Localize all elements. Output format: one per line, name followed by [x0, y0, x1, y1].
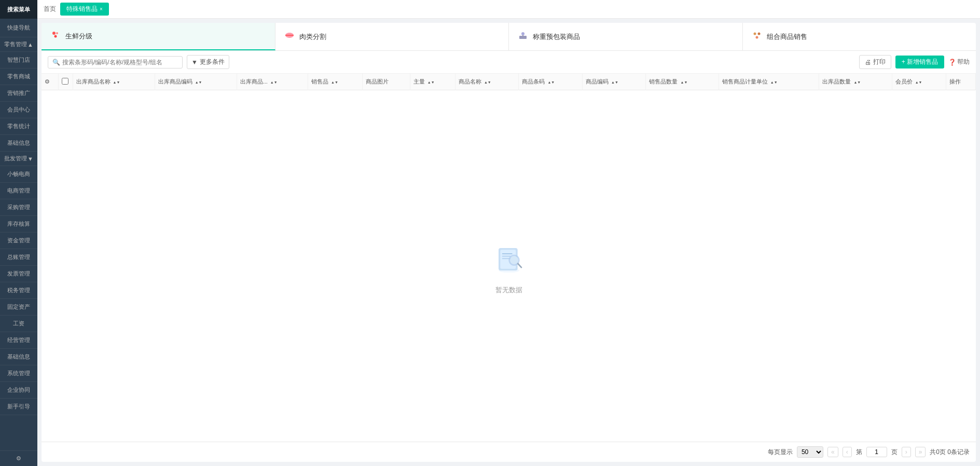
cat-tab-fresh-grade[interactable]: 生鲜分级: [42, 23, 275, 50]
th-sale-item[interactable]: 销售品 ▲▼: [308, 74, 362, 90]
quick-nav-label: 快捷导航: [7, 24, 30, 32]
sidebar-item-sys-mgmt[interactable]: 系统管理: [0, 365, 37, 382]
combo-label: 组合商品销售: [767, 32, 807, 42]
th-item-code-label: 商品编码: [586, 78, 609, 85]
th-out-name-label: 出库商品名称: [76, 78, 111, 85]
th-out-spec[interactable]: 出库商品... ▲▼: [237, 74, 308, 90]
th-item-image[interactable]: 商品图片: [362, 74, 410, 90]
sidebar-item-ops-mgmt[interactable]: 经营管理: [0, 332, 37, 349]
th-main-weight[interactable]: 主量 ▲▼: [410, 74, 455, 90]
prev-page-button[interactable]: ‹: [843, 447, 852, 457]
th-sale-qty[interactable]: 销售品数量 ▲▼: [646, 74, 719, 90]
th-out-qty[interactable]: 出库品数量 ▲▼: [819, 74, 892, 90]
th-item-code[interactable]: 商品编码 ▲▼: [582, 74, 646, 90]
sort-icon: ▲▼: [547, 80, 555, 84]
svg-rect-14: [502, 253, 512, 254]
meat-cut-label: 肉类分割: [299, 32, 326, 42]
sidebar-item-retail-mgmt[interactable]: 零售管理 ▲: [0, 37, 37, 52]
th-out-name[interactable]: 出库商品名称 ▲▼: [73, 74, 155, 90]
wholesale-mgmt-arrow: ▼: [27, 156, 33, 162]
filter-label: 更多条件: [200, 58, 225, 66]
cat-tab-weigh-pack[interactable]: 称重预包装商品: [509, 23, 743, 50]
sidebar-item-inventory[interactable]: 库存核算: [0, 216, 37, 232]
next-page-button[interactable]: ›: [902, 447, 911, 457]
th-member-price[interactable]: 会员价 ▲▼: [892, 74, 946, 90]
sidebar-item-basic-info[interactable]: 基础信息: [0, 135, 37, 152]
sidebar-item-quick-nav[interactable]: 快捷导航: [0, 19, 37, 37]
search-input[interactable]: [62, 59, 176, 66]
sort-icon: ▲▼: [331, 80, 338, 84]
sort-icon: ▲▼: [915, 80, 922, 84]
page-size-select[interactable]: 50 10 20 100: [797, 446, 823, 458]
add-button[interactable]: + 新增销售品: [895, 56, 944, 68]
svg-point-10: [755, 36, 758, 39]
first-page-button[interactable]: «: [827, 447, 838, 457]
sidebar-item-invoice-mgmt[interactable]: 发票管理: [0, 266, 37, 282]
sort-icon: ▲▼: [270, 80, 278, 84]
th-ops-label: 操作: [949, 78, 961, 85]
filter-button[interactable]: ▼ 更多条件: [187, 55, 229, 69]
retail-mgmt-arrow: ▲: [27, 42, 33, 48]
sort-icon: ▲▼: [195, 80, 202, 84]
sidebar-item-finance-mgmt[interactable]: 资金管理: [0, 232, 37, 249]
th-main-weight-label: 主量: [413, 78, 425, 85]
sidebar-item-basic-info2[interactable]: 基础信息: [0, 349, 37, 365]
tab-close-icon[interactable]: ×: [100, 6, 103, 12]
sidebar-item-member-center[interactable]: 会员中心: [0, 102, 37, 118]
print-icon: 🖨: [865, 59, 871, 66]
active-tab[interactable]: 特殊销售品 ×: [60, 3, 109, 16]
retail-mgmt-label: 零售管理: [4, 40, 27, 48]
svg-rect-6: [519, 36, 527, 39]
sidebar-item-sales-promo[interactable]: 营销推广: [0, 85, 37, 102]
sidebar-item-wholesale-mgmt[interactable]: 批发管理 ▼: [0, 152, 37, 166]
th-sale-unit-label: 销售商品计量单位: [722, 78, 768, 85]
help-button[interactable]: ❓ 帮助: [948, 58, 970, 66]
combo-icon: [751, 30, 763, 44]
sidebar-logo[interactable]: 搜索菜单: [0, 0, 37, 19]
sidebar-item-retail-mall[interactable]: 零售商城: [0, 68, 37, 85]
help-label: 帮助: [957, 58, 970, 66]
sort-icon: ▲▼: [770, 80, 778, 84]
sidebar-item-ledger-mgmt[interactable]: 总账管理: [0, 249, 37, 266]
weigh-pack-label: 称重预包装商品: [533, 32, 580, 42]
th-check[interactable]: [58, 74, 73, 90]
sort-icon: ▲▼: [427, 80, 435, 84]
svg-point-5: [521, 32, 524, 35]
th-sale-qty-label: 销售品数量: [649, 78, 678, 85]
sidebar-item-payroll[interactable]: 工资: [0, 316, 37, 332]
th-out-code[interactable]: 出库商品编码 ▲▼: [155, 74, 237, 90]
svg-point-2: [54, 35, 57, 38]
meat-cut-icon: [284, 30, 295, 44]
weigh-pack-icon: [517, 30, 529, 44]
sidebar: 搜索菜单 快捷导航 零售管理 ▲ 智慧门店 零售商城 营销推广 会员中心 零售统…: [0, 0, 37, 466]
sidebar-item-retail-stats[interactable]: 零售统计: [0, 118, 37, 135]
breadcrumb-home[interactable]: 首页: [44, 5, 56, 13]
cat-tab-meat-cut[interactable]: 肉类分割: [275, 23, 509, 50]
svg-line-19: [518, 264, 521, 267]
sidebar-item-tax-mgmt[interactable]: 税务管理: [0, 282, 37, 299]
sidebar-item-ecom-mgmt[interactable]: 电商管理: [0, 183, 37, 199]
sidebar-item-new-guide[interactable]: 新手引导: [0, 399, 37, 415]
search-box[interactable]: 🔍: [48, 56, 183, 68]
fresh-grade-icon: [50, 29, 61, 43]
select-all-checkbox[interactable]: [62, 78, 68, 85]
sidebar-item-mini-ecom[interactable]: 小畅电商: [0, 166, 37, 183]
th-item-barcode[interactable]: 商品条码 ▲▼: [519, 74, 583, 90]
sidebar-item-smart-store[interactable]: 智慧门店: [0, 52, 37, 68]
print-button[interactable]: 🖨 打印: [859, 55, 891, 69]
th-settings[interactable]: ⚙: [42, 74, 58, 90]
th-member-price-label: 会员价: [895, 78, 913, 85]
last-page-button[interactable]: »: [915, 447, 926, 457]
svg-point-9: [757, 33, 760, 35]
sidebar-settings-icon[interactable]: ⚙: [0, 450, 37, 466]
sidebar-item-enterprise[interactable]: 企业协同: [0, 382, 37, 399]
th-sale-unit[interactable]: 销售商品计量单位 ▲▼: [719, 74, 819, 90]
page-input[interactable]: [866, 447, 887, 457]
th-item-name[interactable]: 商品名称 ▲▼: [455, 74, 519, 90]
fresh-grade-label: 生鲜分级: [65, 32, 92, 41]
sidebar-item-purchase-mgmt[interactable]: 采购管理: [0, 199, 37, 216]
cat-tab-combo[interactable]: 组合商品销售: [743, 23, 976, 50]
sidebar-item-fixed-assets[interactable]: 固定资产: [0, 299, 37, 316]
th-out-spec-label: 出库商品...: [240, 78, 268, 85]
print-label: 打印: [873, 58, 886, 66]
